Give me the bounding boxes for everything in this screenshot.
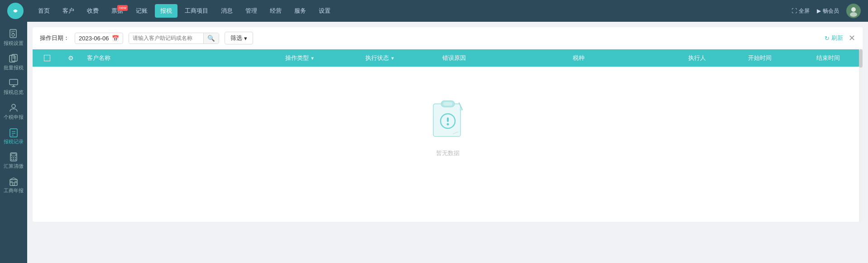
nav-item-customer[interactable]: 客户 <box>57 4 80 18</box>
sidebar-item-tax-record[interactable]: 报税记录 <box>0 124 27 148</box>
svg-point-5 <box>12 34 14 36</box>
th-checkbox <box>33 49 62 67</box>
nav-items: 首页客户收费票据new记账报税工商项目消息管理经营服务设置 <box>33 4 791 18</box>
data-table: ⚙ 客户名称 操作类型 ▼ 执行状态 ▼ <box>33 49 863 67</box>
nav-item-manage[interactable]: 管理 <box>240 4 263 18</box>
empty-text: 暂无数据 <box>436 149 460 157</box>
scrollbar-track[interactable] <box>859 49 863 222</box>
filter-button[interactable]: 筛选 ▾ <box>225 32 253 44</box>
sidebar-icon-tax-record <box>9 127 19 137</box>
sort-icon: ▼ <box>310 56 315 61</box>
sidebar-item-tax-settings[interactable]: 报税设置 <box>0 25 27 50</box>
sidebar-item-tax-overview[interactable]: 报税总览 <box>0 74 27 99</box>
nav-item-operation[interactable]: 经营 <box>264 4 287 18</box>
search-input[interactable] <box>129 33 203 43</box>
svg-point-26 <box>11 159 12 160</box>
th-end-time-label: 结束时间 <box>816 54 840 61</box>
svg-rect-17 <box>10 129 17 137</box>
sidebar-icon-settlement <box>9 152 19 162</box>
fullscreen-button[interactable]: ⛶ 全屏 <box>791 7 810 15</box>
th-start-time: 开始时间 <box>725 49 794 67</box>
sidebar-item-annual-report[interactable]: 工商年报 <box>0 173 27 197</box>
member-button[interactable]: ▶ 畅会员 <box>817 7 839 15</box>
sidebar-label-batch-tax: 批量报税 <box>4 65 24 71</box>
top-navigation: 首页客户收费票据new记账报税工商项目消息管理经营服务设置 ⛶ 全屏 ▶ 畅会员 <box>0 0 868 22</box>
th-executor: 执行人 <box>669 49 725 67</box>
nav-item-collection[interactable]: 收费 <box>82 4 104 18</box>
sidebar-label-tax-record: 报税记录 <box>4 139 24 145</box>
th-error-reason: 错误原因 <box>420 49 489 67</box>
svg-point-16 <box>12 104 15 108</box>
th-tax-type: 税种 <box>489 49 669 67</box>
column-settings-icon[interactable]: ⚙ <box>68 54 74 62</box>
user-avatar[interactable] <box>846 4 861 18</box>
search-button[interactable]: 🔍 <box>203 33 219 44</box>
table-header-row: ⚙ 客户名称 操作类型 ▼ 执行状态 ▼ <box>33 49 863 67</box>
sidebar-item-settlement[interactable]: 汇算清缴 <box>0 148 27 173</box>
close-button[interactable]: ✕ <box>849 33 855 43</box>
sidebar-label-annual-report: 工商年报 <box>4 188 24 194</box>
sidebar-icon-tax-settings <box>9 29 19 39</box>
svg-rect-22 <box>11 154 16 156</box>
select-all-checkbox[interactable] <box>44 55 50 61</box>
main-content: 操作日期： 2023-06-06 📅 🔍 筛选 ▾ ↻ 刷新 ✕ <box>27 22 868 263</box>
sidebar-label-tax-overview: 报税总览 <box>4 89 24 95</box>
svg-point-28 <box>15 159 16 160</box>
nav-item-bookkeeping[interactable]: 记账 <box>130 4 153 18</box>
nav-item-service[interactable]: 服务 <box>289 4 312 18</box>
sort-icon-2: ▼ <box>390 56 395 61</box>
svg-point-2 <box>851 7 856 12</box>
calendar-icon: 📅 <box>112 35 119 42</box>
table-wrapper: ⚙ 客户名称 操作类型 ▼ 执行状态 ▼ <box>33 49 863 222</box>
nav-item-tax[interactable]: 报税 <box>155 4 177 18</box>
th-executor-label: 执行人 <box>688 54 706 61</box>
search-box: 🔍 <box>129 33 219 44</box>
svg-point-3 <box>850 12 857 17</box>
app-logo <box>7 3 24 19</box>
nav-item-business[interactable]: 工商项目 <box>179 4 214 18</box>
nav-item-home[interactable]: 首页 <box>33 4 55 18</box>
date-input[interactable]: 2023-06-06 📅 <box>75 33 123 44</box>
th-customer-name-label: 客户名称 <box>87 54 110 61</box>
nav-right: ⛶ 全屏 ▶ 畅会员 <box>791 4 861 18</box>
refresh-label: 刷新 <box>831 34 843 42</box>
svg-rect-34 <box>15 181 16 183</box>
sidebar-icon-batch-tax <box>9 54 19 63</box>
th-exec-status: 执行状态 ▼ <box>340 49 420 67</box>
date-value: 2023-06-06 <box>79 35 109 42</box>
filter-label: 筛选 <box>230 34 242 42</box>
svg-point-24 <box>13 157 14 158</box>
sidebar-icon-annual-report <box>9 176 19 186</box>
nav-item-invoice[interactable]: 票据new <box>106 4 129 18</box>
sidebar-label-settlement: 汇算清缴 <box>4 163 24 169</box>
sidebar: 报税设置 批量报税 报税总览 个税申报 报税记录 汇算清缴 工商年报 <box>0 22 27 263</box>
refresh-button[interactable]: ↻ 刷新 <box>825 34 843 42</box>
th-error-reason-label: 错误原因 <box>442 54 466 61</box>
chevron-down-icon: ▾ <box>244 35 247 42</box>
svg-point-40 <box>446 123 449 126</box>
nav-item-settings[interactable]: 设置 <box>313 4 336 18</box>
nav-badge-invoice: new <box>117 5 128 11</box>
svg-rect-13 <box>10 79 18 85</box>
empty-state: 暂无数据 <box>33 67 863 194</box>
nav-item-message[interactable]: 消息 <box>216 4 238 18</box>
toolbar: 操作日期： 2023-06-06 📅 🔍 筛选 ▾ ↻ 刷新 ✕ <box>33 27 863 49</box>
sidebar-item-batch-tax[interactable]: 批量报税 <box>0 50 27 74</box>
svg-rect-32 <box>13 183 14 185</box>
refresh-icon: ↻ <box>825 35 830 42</box>
th-tax-type-label: 税种 <box>573 54 585 61</box>
svg-rect-37 <box>443 102 452 106</box>
svg-point-23 <box>11 157 12 158</box>
empty-illustration <box>425 94 470 144</box>
sidebar-icon-tax-overview <box>9 78 19 88</box>
th-end-time: 结束时间 <box>794 49 863 67</box>
th-operation-type: 操作类型 ▼ <box>260 49 340 67</box>
sidebar-item-personal-tax[interactable]: 个税申报 <box>0 99 27 124</box>
scrollbar-thumb[interactable] <box>859 49 863 68</box>
th-settings: ⚙ <box>62 49 80 67</box>
th-operation-type-label: 操作类型 ▼ <box>285 54 315 62</box>
svg-point-27 <box>13 159 14 160</box>
svg-rect-33 <box>11 181 12 183</box>
toolbar-right: ↻ 刷新 ✕ <box>825 33 855 43</box>
th-customer-name: 客户名称 <box>80 49 260 67</box>
